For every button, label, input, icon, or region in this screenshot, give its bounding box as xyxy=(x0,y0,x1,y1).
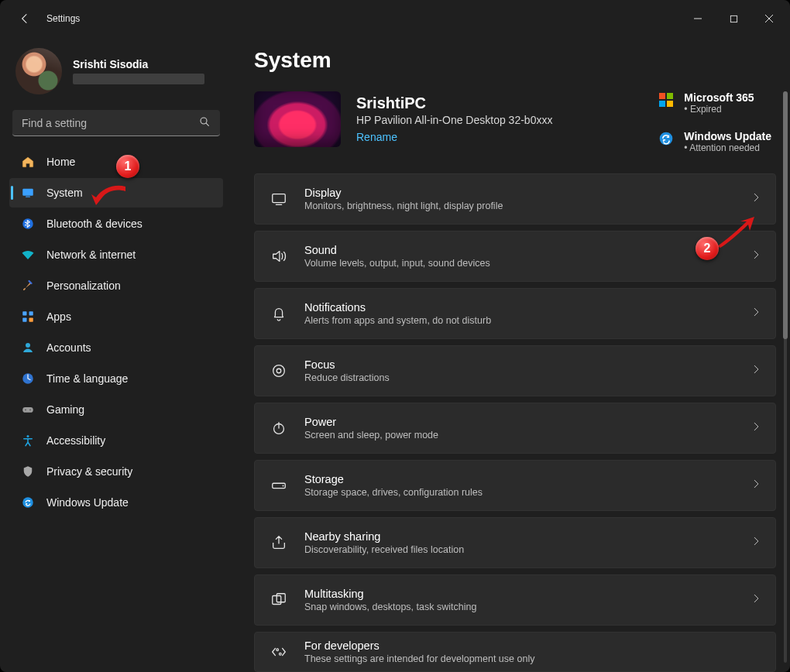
card-title: Notifications xyxy=(304,301,735,314)
profile-email-redacted xyxy=(73,74,204,84)
card-storage[interactable]: StorageStorage space, drives, configurat… xyxy=(254,460,776,511)
sidebar-item-label: Privacy & security xyxy=(46,465,132,478)
chevron-right-icon xyxy=(750,536,761,550)
profile-block[interactable]: Srishti Sisodia xyxy=(6,43,226,107)
svg-rect-11 xyxy=(22,407,33,413)
multitasking-icon xyxy=(269,591,289,609)
developers-icon xyxy=(269,643,289,660)
sidebar-item-network[interactable]: Network & internet xyxy=(9,240,223,269)
svg-point-22 xyxy=(273,365,285,377)
svg-rect-6 xyxy=(29,311,33,315)
svg-point-12 xyxy=(25,409,26,410)
rename-link[interactable]: Rename xyxy=(356,131,397,143)
card-title: Storage xyxy=(304,473,735,485)
search-box[interactable] xyxy=(12,110,220,136)
device-header: SrishtiPC HP Pavilion All-in-One Desktop… xyxy=(254,91,776,153)
close-button[interactable] xyxy=(751,6,787,31)
sidebar-item-label: Accounts xyxy=(46,341,91,354)
power-icon xyxy=(269,420,289,437)
card-title: Nearby sharing xyxy=(304,530,735,543)
svg-rect-0 xyxy=(730,15,737,22)
sidebar-item-apps[interactable]: Apps xyxy=(9,302,223,331)
card-nearby-sharing[interactable]: Nearby sharingDiscoverability, received … xyxy=(254,517,776,568)
svg-rect-18 xyxy=(659,101,665,107)
clock-globe-icon xyxy=(20,371,36,386)
bell-icon xyxy=(269,305,289,322)
sidebar-item-label: Home xyxy=(46,156,75,168)
back-button[interactable] xyxy=(15,9,34,28)
accessibility-icon xyxy=(20,433,36,448)
minimize-button[interactable] xyxy=(680,6,716,31)
sidebar-item-bluetooth[interactable]: Bluetooth & devices xyxy=(9,209,223,238)
svg-point-15 xyxy=(22,497,33,508)
svg-point-29 xyxy=(276,649,279,651)
svg-point-9 xyxy=(26,343,30,348)
card-multitasking[interactable]: MultitaskingSnap windows, desktops, task… xyxy=(254,574,776,626)
promo-sub: Expired xyxy=(684,104,754,115)
m365-icon xyxy=(658,91,675,108)
card-sub: These settings are intended for developm… xyxy=(304,653,761,664)
svg-point-30 xyxy=(279,653,281,655)
sidebar-item-accounts[interactable]: Accounts xyxy=(9,333,223,362)
svg-rect-16 xyxy=(659,93,665,99)
sidebar-item-windows-update[interactable]: Windows Update xyxy=(9,488,223,517)
card-sub: Discoverability, received files location xyxy=(304,544,735,555)
sidebar-item-personalization[interactable]: Personalization xyxy=(9,271,223,300)
annotation-callout-1: 1 xyxy=(116,155,139,178)
card-sub: Storage space, drives, configuration rul… xyxy=(304,487,735,498)
device-thumbnail xyxy=(254,91,341,147)
card-title: Display xyxy=(304,187,735,199)
card-power[interactable]: PowerScreen and sleep, power mode xyxy=(254,403,776,454)
sidebar-item-label: Gaming xyxy=(46,403,84,416)
sidebar-item-privacy[interactable]: Privacy & security xyxy=(9,457,223,486)
settings-window: Settings Srishti Sisodia xyxy=(0,0,790,672)
avatar xyxy=(15,48,62,94)
device-model: HP Pavilion All-in-One Desktop 32-b0xxx xyxy=(356,114,552,126)
sidebar-item-label: Bluetooth & devices xyxy=(46,218,143,230)
svg-rect-19 xyxy=(667,101,673,107)
svg-point-20 xyxy=(660,132,673,146)
gamepad-icon xyxy=(20,402,36,417)
svg-rect-8 xyxy=(29,318,33,322)
card-title: For developers xyxy=(304,639,761,652)
svg-rect-7 xyxy=(22,318,26,322)
sidebar-item-gaming[interactable]: Gaming xyxy=(9,395,223,424)
svg-rect-5 xyxy=(22,311,26,315)
svg-rect-3 xyxy=(26,197,30,197)
chevron-right-icon xyxy=(750,478,761,492)
promo-windows-update[interactable]: Windows Update Attention needed xyxy=(658,130,771,153)
promo-title: Microsoft 365 xyxy=(684,91,754,104)
profile-name: Srishti Sisodia xyxy=(73,58,204,70)
apps-icon xyxy=(20,309,36,324)
search-input[interactable] xyxy=(12,110,220,136)
app-title: Settings xyxy=(46,13,80,24)
bluetooth-icon xyxy=(20,216,36,231)
chevron-right-icon xyxy=(750,192,761,206)
page-title: System xyxy=(254,48,776,73)
person-icon xyxy=(20,340,36,355)
annotation-callout-2: 2 xyxy=(696,237,719,260)
titlebar: Settings xyxy=(0,0,790,37)
sidebar: Srishti Sisodia Home xyxy=(0,37,232,672)
card-title: Multitasking xyxy=(304,588,735,600)
scrollbar-thumb[interactable] xyxy=(783,91,788,339)
sidebar-item-time-language[interactable]: Time & language xyxy=(9,364,223,393)
annotation-arrow-1 xyxy=(91,183,125,208)
card-display[interactable]: DisplayMonitors, brightness, night light… xyxy=(254,173,776,225)
card-notifications[interactable]: NotificationsAlerts from apps and system… xyxy=(254,288,776,339)
card-title: Power xyxy=(304,416,735,428)
sidebar-item-accessibility[interactable]: Accessibility xyxy=(9,426,223,455)
card-title: Sound xyxy=(304,244,735,256)
card-sub: Snap windows, desktops, task switching xyxy=(304,602,735,612)
card-sub: Alerts from apps and system, do not dist… xyxy=(304,315,735,326)
promo-m365[interactable]: Microsoft 365 Expired xyxy=(658,91,771,115)
promo-sub: Attention needed xyxy=(684,142,771,153)
svg-rect-2 xyxy=(22,189,33,196)
chevron-right-icon xyxy=(750,421,761,435)
card-sub: Reduce distractions xyxy=(304,372,735,383)
maximize-button[interactable] xyxy=(716,6,751,31)
sidebar-item-label: Personalization xyxy=(46,279,121,292)
card-focus[interactable]: FocusReduce distractions xyxy=(254,345,776,396)
sidebar-item-label: Windows Update xyxy=(46,496,129,509)
card-for-developers[interactable]: For developersThese settings are intende… xyxy=(254,632,776,672)
